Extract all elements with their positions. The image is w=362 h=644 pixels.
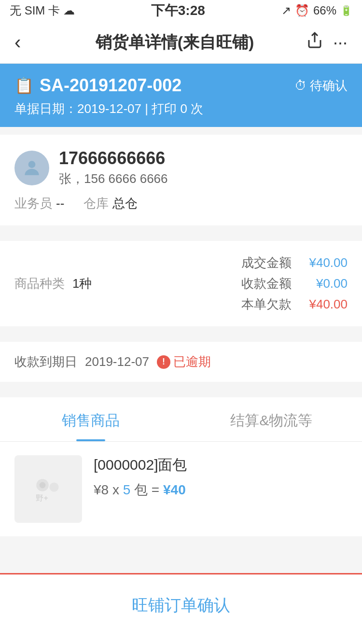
status-bar: 无 SIM 卡 ☁ 下午3:28 ↗ ⏰ 66% 🔋 bbox=[0, 0, 362, 21]
status-time: 下午3:28 bbox=[151, 1, 205, 20]
customer-row: 17666666666 张，156 6666 6666 bbox=[14, 148, 348, 187]
product-price: ¥8 x 5 包 = ¥40 bbox=[94, 481, 348, 499]
customer-section: 17666666666 张，156 6666 6666 业务员 -- 仓库 总仓 bbox=[0, 135, 362, 225]
owed-value: ¥40.00 bbox=[299, 297, 348, 312]
svg-point-3 bbox=[40, 482, 46, 489]
product-section: 野+ [0000002]面包 ¥8 x 5 包 = ¥40 bbox=[0, 442, 362, 536]
tab-settlement[interactable]: 结算&物流等 bbox=[181, 397, 362, 441]
nav-bar: ‹ 销货单详情(来自旺铺) ··· bbox=[0, 21, 362, 64]
product-info: [0000002]面包 ¥8 x 5 包 = ¥40 bbox=[94, 455, 348, 499]
nav-actions: ··· bbox=[306, 31, 348, 53]
order-status: ⏱ 待确认 bbox=[294, 77, 348, 94]
product-thumbnail: 野+ bbox=[14, 455, 82, 523]
summary-section: 商品种类 1种 成交金额 ¥40.00 收款金额 ¥0.00 本单欠款 ¥40.… bbox=[0, 241, 362, 326]
share-button[interactable] bbox=[306, 31, 323, 53]
status-left: 无 SIM 卡 ☁ bbox=[10, 3, 75, 18]
page-title: 销货单详情(来自旺铺) bbox=[96, 31, 254, 54]
overdue-icon: ! bbox=[157, 355, 170, 369]
salesperson-value: -- bbox=[56, 196, 64, 211]
due-date-section: 收款到期日 2019-12-07 ! 已逾期 bbox=[0, 342, 362, 382]
owed-amount-row: 本单欠款 ¥40.00 bbox=[181, 296, 348, 313]
received-value: ¥0.00 bbox=[299, 276, 348, 291]
warehouse-value: 总仓 bbox=[112, 195, 138, 212]
equals-sign: = bbox=[152, 482, 163, 497]
tab-sales-products[interactable]: 销售商品 bbox=[0, 397, 181, 441]
total-price: ¥40 bbox=[163, 482, 186, 497]
location-icon: ↗ bbox=[281, 4, 291, 17]
deal-amount-row: 成交金额 ¥40.00 bbox=[181, 254, 348, 271]
sim-status: 无 SIM 卡 ☁ bbox=[10, 3, 75, 18]
received-amount-row: 收款金额 ¥0.00 bbox=[181, 275, 348, 292]
deal-amount-label: 成交金额 bbox=[241, 254, 292, 271]
battery-icon: 🔋 bbox=[340, 5, 352, 16]
warehouse-label: 仓库 bbox=[84, 195, 109, 212]
customer-phone: 17666666666 bbox=[59, 148, 168, 168]
customer-sub: 张，156 6666 6666 bbox=[59, 170, 168, 187]
svg-text:野+: 野+ bbox=[36, 494, 48, 502]
svg-point-1 bbox=[28, 161, 36, 168]
received-label: 收款金额 bbox=[241, 275, 292, 292]
unit-price: ¥8 bbox=[94, 482, 109, 497]
multiply-sign: x bbox=[112, 482, 123, 497]
overdue-text: 已逾期 bbox=[173, 353, 211, 370]
salesperson-item: 业务员 -- bbox=[14, 195, 64, 212]
customer-info: 17666666666 张，156 6666 6666 bbox=[59, 148, 168, 187]
clock-icon: ⏱ bbox=[294, 78, 307, 93]
quantity: 5 bbox=[123, 482, 131, 497]
svg-point-4 bbox=[49, 482, 58, 491]
battery-status: 66% bbox=[313, 4, 336, 17]
order-icon: 📋 bbox=[14, 76, 34, 95]
order-header-card: 📋 SA-20191207-002 ⏱ 待确认 单据日期：2019-12-07 … bbox=[0, 64, 362, 127]
warehouse-item: 仓库 总仓 bbox=[84, 195, 138, 212]
tabs-row: 销售商品 结算&物流等 bbox=[0, 397, 362, 442]
type-label: 商品种类 bbox=[14, 275, 65, 292]
order-id: 📋 SA-20191207-002 bbox=[14, 75, 181, 96]
back-button[interactable]: ‹ bbox=[14, 31, 43, 53]
confirm-button-container: 旺铺订单确认 bbox=[0, 573, 362, 644]
salesperson-label: 业务员 bbox=[14, 195, 52, 212]
overdue-badge: ! 已逾期 bbox=[157, 353, 211, 370]
confirm-order-button[interactable]: 旺铺订单确认 bbox=[14, 584, 348, 627]
more-button[interactable]: ··· bbox=[333, 32, 348, 53]
info-row: 业务员 -- 仓库 总仓 bbox=[14, 195, 348, 212]
product-type: 商品种类 1种 bbox=[14, 254, 181, 313]
amount-summary: 成交金额 ¥40.00 收款金额 ¥0.00 本单欠款 ¥40.00 bbox=[181, 254, 348, 313]
due-date-value: 2019-12-07 bbox=[85, 354, 149, 369]
due-date-label: 收款到期日 bbox=[14, 353, 77, 370]
type-value: 1种 bbox=[72, 275, 92, 292]
order-date: 单据日期：2019-12-07 | 打印 0 次 bbox=[14, 100, 348, 117]
order-header-top: 📋 SA-20191207-002 ⏱ 待确认 bbox=[14, 75, 348, 96]
alarm-icon: ⏰ bbox=[295, 4, 309, 17]
unit: 包 bbox=[134, 482, 148, 497]
product-name: [0000002]面包 bbox=[94, 455, 348, 475]
owed-label: 本单欠款 bbox=[241, 296, 292, 313]
status-right: ↗ ⏰ 66% 🔋 bbox=[281, 4, 352, 17]
tabs-section: 销售商品 结算&物流等 bbox=[0, 397, 362, 442]
deal-amount-value: ¥40.00 bbox=[299, 255, 348, 270]
avatar bbox=[14, 151, 49, 185]
